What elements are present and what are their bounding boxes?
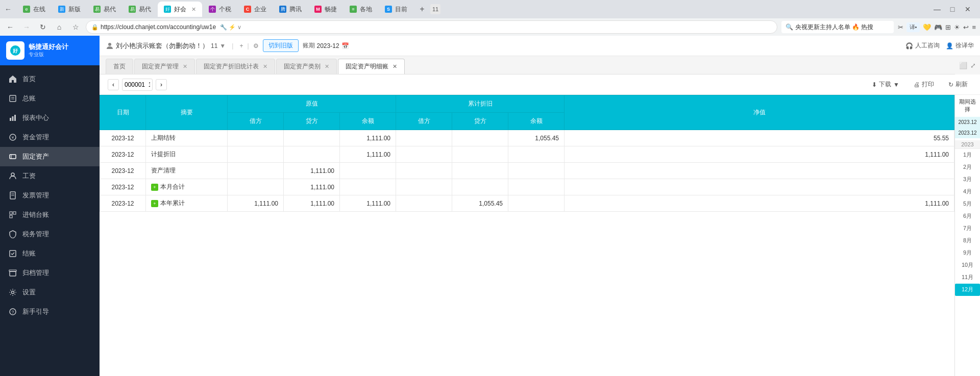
sidebar-item-home[interactable]: 首页 [0,69,100,89]
period-month-4[interactable]: 4月 [955,186,980,198]
period-month-12[interactable]: 12月 [955,284,980,296]
sidebar-item-asset[interactable]: 固定资产 [0,147,100,166]
sidebar-item-fund[interactable]: ¥ 资金管理 [0,128,100,147]
wallet-icon[interactable]: 💛 [923,23,931,31]
address-bar[interactable]: 🔒 https://cloud.chanjet.com/accounting/u… [86,20,777,34]
browser-tab-new[interactable]: 新 新版 [52,2,87,17]
period-month-8[interactable]: 8月 [955,235,980,247]
bookmark-button[interactable]: ☆ [69,21,82,33]
prev-page-button[interactable]: ‹ [108,79,119,90]
period-month-10[interactable]: 10月 [955,259,980,271]
settings-button[interactable]: ⚙ [253,42,259,49]
switch-version-button[interactable]: 切到旧版 [263,39,299,52]
browser-tab-haohuiji[interactable]: 好 好会 ✕ [158,2,202,17]
cell-dep-debit [396,163,452,179]
period-month-1[interactable]: 1月 [955,149,980,161]
cell-dep-debit [396,179,452,195]
settings-icon [8,288,17,297]
sidebar-item-invoice[interactable]: 发票管理 [0,186,100,205]
browser-tab-tengxun[interactable]: 腾 腾讯 [273,2,308,17]
search-bar[interactable]: 🔍 央视更新主持人名单 🔥 热搜 [781,21,894,33]
tab-count-badge[interactable]: 11 [430,4,440,14]
next-page-button[interactable]: › [156,79,167,90]
company-area: 刘小艳演示账套（勿删勿动！） 11 ▼ | + | ⚙ [106,41,259,51]
dropdown-icon[interactable]: ▼ [219,42,226,49]
sidebar-item-close-account[interactable]: 结账 [0,244,100,263]
tab-close-button[interactable]: ✕ [191,6,196,13]
sidebar-item-tax[interactable]: 税务管理 [0,224,100,244]
download-button[interactable]: ⬇ 下载 ▼ [868,78,903,91]
sidebar-nav: 首页 总账 报表中心 ¥ 资金管理 [0,65,100,376]
home-icon [8,74,17,84]
user-profile-button[interactable]: 👤 徐译华 [946,41,974,50]
page-tab-home[interactable]: 首页 [106,59,133,74]
browser-tab-online[interactable]: e 在线 [17,2,52,17]
reload-button[interactable]: ↻ [37,21,49,33]
page-tab-asset-category[interactable]: 固定资产类别 ✕ [276,59,337,74]
sidebar-item-report[interactable]: 报表中心 [0,108,100,128]
menu-icon[interactable]: ≡ [972,23,976,31]
sidebar-item-stock[interactable]: 进销台账 [0,205,100,224]
grid-icon[interactable]: ⊞ [945,23,951,31]
sidebar-item-settings[interactable]: 设置 [0,283,100,302]
tab-close[interactable]: ✕ [183,63,187,70]
calendar-icon[interactable]: 📅 [341,42,349,49]
new-tab-button[interactable]: + [416,3,428,15]
maximize-button[interactable]: □ [946,3,959,15]
minimize-button[interactable]: — [931,3,943,15]
cell-orig-credit [284,146,340,163]
back-button[interactable]: ← [2,3,14,15]
period-month-3[interactable]: 3月 [955,173,980,186]
add-button[interactable]: + [239,42,243,49]
logo-title: 畅捷通好会计 [29,43,68,52]
translate-icon[interactable]: 译• [906,22,920,32]
cell-net-value [565,179,954,195]
scissors-icon[interactable]: ✂ [898,23,903,31]
support-button[interactable]: 🎧 人工咨询 [905,41,940,50]
sidebar-item-guide[interactable]: ? 新手引导 [0,302,100,321]
back-nav-button[interactable]: ← [4,21,16,33]
browser-tab-yidai1[interactable]: 易 易代 [87,2,122,17]
browser-tab-geshui[interactable]: 个 个税 [203,2,237,17]
period-month-6[interactable]: 6月 [955,210,980,222]
period-month-7[interactable]: 7月 [955,222,980,235]
tab-close-active[interactable]: ✕ [393,63,397,70]
guide-icon: ? [8,307,17,316]
print-button[interactable]: 🖨 打印 [910,78,938,91]
game-icon[interactable]: 🎮 [934,23,942,31]
period-month-2[interactable]: 2月 [955,161,980,173]
expand-icon[interactable]: ⤢ [970,62,976,69]
tab-label: 固定资产明细账 [346,62,388,71]
period-month-5[interactable]: 5月 [955,198,980,210]
close-window-button[interactable]: ✕ [962,3,974,15]
period-month-9[interactable]: 9月 [955,247,980,259]
sidebar-item-salary[interactable]: 工资 [0,166,100,186]
page-input[interactable] [122,79,153,91]
browser-tab-changjie[interactable]: M 畅捷 [308,2,343,17]
home-nav-button[interactable]: ⌂ [53,21,65,33]
tab-close[interactable]: ✕ [325,63,329,70]
browser-tab-gedi[interactable]: ≡ 各地 [344,2,378,17]
invoice-icon [8,191,17,200]
sidebar-item-ledger[interactable]: 总账 [0,89,100,108]
table-row-month-total: 2023-12 +本月合计 1,111.00 [100,179,954,195]
collapse-icon[interactable]: ⬜ [959,62,967,69]
refresh-button[interactable]: ↻ 刷新 [944,78,972,91]
page-tab-depreciation-stats[interactable]: 固定资产折旧统计表 ✕ [196,59,275,74]
undo-icon[interactable]: ↩ [963,23,969,31]
search-icon: 🔍 [786,23,793,31]
brightness-icon[interactable]: ☀ [954,23,960,31]
tab-close[interactable]: ✕ [263,63,267,70]
browser-tab-muqian[interactable]: S 目前 [379,2,413,17]
tab-label: 在线 [33,5,45,14]
browser-tab-qiye[interactable]: C 企业 [238,2,273,17]
browser-tab-yidai2[interactable]: 易 易代 [122,2,157,17]
period-month-11[interactable]: 11月 [955,271,980,284]
print-icon: 🖨 [914,81,920,88]
sidebar-item-archive[interactable]: 归档管理 [0,263,100,283]
col-accumulated-dep-group: 累计折旧 [396,95,565,113]
page-tab-asset-detail[interactable]: 固定资产明细账 ✕ [338,59,405,74]
forward-nav-button[interactable]: → [20,21,33,33]
tab-label: 固定资产管理 [142,62,179,71]
page-tab-asset-mgmt[interactable]: 固定资产管理 ✕ [134,59,195,74]
